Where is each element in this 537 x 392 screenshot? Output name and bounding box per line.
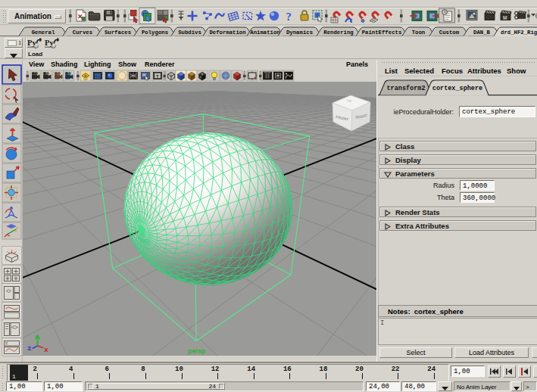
- svg-text:?: ?: [286, 11, 292, 23]
- svg-text:Curves: Curves: [73, 30, 92, 36]
- svg-text:drd_HF2_RiggingToo: drd_HF2_RiggingToo: [501, 30, 537, 36]
- svg-text:x: x: [44, 346, 48, 354]
- svg-text:M: M: [503, 15, 507, 20]
- svg-text:transform2: transform2: [386, 85, 425, 92]
- svg-text:General: General: [32, 30, 55, 36]
- svg-text:Rendering: Rendering: [323, 30, 353, 36]
- svg-text:DAN_B: DAN_B: [473, 30, 491, 36]
- svg-text:Subdivs: Subdivs: [178, 30, 201, 36]
- svg-text:Toon: Toon: [412, 30, 426, 36]
- svg-text:T: T: [156, 74, 159, 79]
- svg-text:Deformation: Deformation: [209, 30, 245, 36]
- svg-text:top: top: [347, 98, 352, 103]
- svg-text:Animation: Animation: [250, 30, 279, 36]
- svg-text:Polygons: Polygons: [142, 30, 168, 36]
- svg-text:z: z: [27, 344, 32, 353]
- svg-text:Surfaces: Surfaces: [105, 30, 131, 36]
- svg-text:Dynamics: Dynamics: [286, 30, 313, 36]
- svg-text:PaintEffects: PaintEffects: [362, 30, 402, 36]
- svg-text:Py: Py: [45, 39, 54, 47]
- svg-text:Py: Py: [27, 39, 36, 47]
- svg-text:persp: persp: [188, 347, 205, 355]
- svg-text:cortex_sphere: cortex_sphere: [432, 85, 482, 92]
- svg-text:Custom: Custom: [439, 30, 460, 36]
